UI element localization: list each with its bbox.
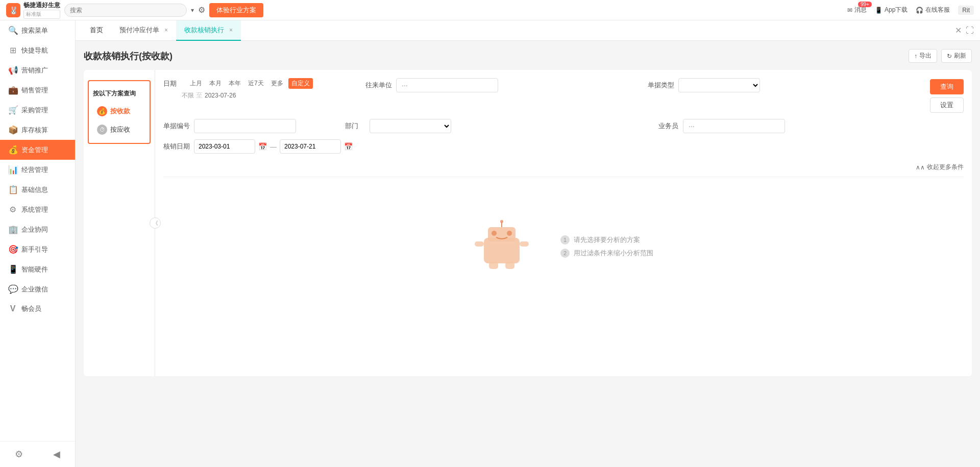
writeoff-date-end-input[interactable]	[280, 139, 341, 154]
tab-home[interactable]: 首页	[82, 20, 111, 41]
tab-collection[interactable]: 收款核销执行 ×	[176, 20, 241, 41]
empty-illustration	[474, 220, 530, 273]
edition-badge: 标准版	[23, 10, 60, 19]
sidebar-item-member[interactable]: V 畅会员	[0, 299, 75, 318]
sidebar-item-purchase[interactable]: 🛒 采购管理	[0, 100, 75, 120]
writeoff-start-calendar-icon[interactable]: 📅	[258, 142, 267, 151]
sidebar-item-basic-info[interactable]: 📋 基础信息	[0, 180, 75, 200]
collapse-more-btn[interactable]: ∧∧ 收起更多条件	[163, 160, 964, 175]
user-info[interactable]: Rit	[958, 6, 974, 15]
sidebar-item-enterprise[interactable]: 🏢 企业协同	[0, 219, 75, 239]
sidebar-collapse-icon[interactable]: ◀	[50, 446, 63, 463]
export-btn[interactable]: ↑ 导出	[909, 49, 937, 63]
tab-expand-icon[interactable]: ⛶	[966, 26, 974, 35]
quick-nav-icon: ⊞	[8, 45, 17, 55]
setting-btn[interactable]: 设置	[930, 97, 964, 113]
department-select[interactable]	[370, 119, 451, 133]
query-btn[interactable]: 查询	[930, 79, 964, 94]
collapse-more-icon: ∧∧	[916, 164, 925, 171]
sidebar-item-wechat[interactable]: 💬 企业微信	[0, 279, 75, 299]
date-btn-this-year[interactable]: 本年	[227, 78, 243, 89]
sidebar-item-hardware[interactable]: 📱 智能硬件	[0, 259, 75, 279]
enterprise-icon: 🏢	[8, 225, 17, 234]
empty-robot-svg	[474, 220, 530, 271]
sidebar-label-guide: 新手引导	[21, 245, 48, 254]
dropdown-icon[interactable]: ▾	[191, 7, 194, 14]
filter-collapse-btn[interactable]: 《	[150, 217, 161, 229]
svg-rect-9	[505, 262, 514, 269]
sidebar-item-search-menu[interactable]: 🔍 搜索菜单	[0, 20, 75, 40]
settings-icon[interactable]: ⚙	[198, 5, 205, 15]
query-row-2: 单据编号 部门 业务员 ···	[163, 119, 964, 133]
sidebar-item-finance[interactable]: 💰 资金管理	[0, 140, 75, 160]
svg-point-5	[500, 220, 503, 223]
message-icon: ✉	[847, 7, 852, 14]
salesman-input[interactable]: ···	[683, 119, 785, 133]
app-download-btn[interactable]: 📱 App下载	[875, 6, 908, 14]
filter-by-receivable[interactable]: ⏱ 按应收	[91, 120, 148, 139]
bill-no-label: 单据编号	[163, 121, 190, 131]
member-icon: V	[8, 304, 17, 313]
online-service-label: 在线客服	[925, 6, 950, 14]
date-btn-7days[interactable]: 近7天	[246, 78, 266, 89]
date-no-limit-text: 不限	[182, 91, 194, 100]
tab-collection-close[interactable]: ×	[229, 27, 233, 34]
refresh-btn[interactable]: ↻ 刷新	[941, 49, 972, 63]
sidebar-label-quick-nav: 快捷导航	[21, 46, 48, 55]
filter-by-receipt[interactable]: 💰 按收款	[91, 102, 148, 120]
date-btn-this-month[interactable]: 本月	[207, 78, 224, 89]
sidebar-item-sales[interactable]: 💼 销售管理	[0, 80, 75, 100]
date-btn-custom[interactable]: 自定义	[288, 78, 313, 89]
guide-icon: 🎯	[8, 244, 17, 254]
content-area: 首页 预付冲应付单 × 收款核销执行 × ✕ ⛶ 收款核销执行(按收款)	[76, 20, 980, 467]
sidebar-settings-icon[interactable]: ⚙	[12, 446, 26, 463]
tab-prepay-close[interactable]: ×	[164, 27, 168, 34]
tip-number-1: 1	[560, 235, 570, 244]
main-layout: 🔍 搜索菜单 ⊞ 快捷导航 📢 营销推广 💼 销售管理 🛒 采购管理 📦 库存核…	[0, 20, 980, 467]
wechat-icon: 💬	[8, 284, 17, 294]
brand-name: 畅捷通好生意	[23, 1, 60, 10]
date-btn-last-month[interactable]: 上月	[188, 78, 204, 89]
sidebar-item-marketing[interactable]: 📢 营销推广	[0, 60, 75, 80]
marketing-icon: 📢	[8, 65, 17, 75]
main-panel: 按以下方案查询 💰 按收款 ⏱ 按应收 《	[84, 70, 972, 376]
tab-prepay[interactable]: 预付冲应付单 ×	[111, 20, 176, 41]
salesman-label: 业务员	[658, 121, 679, 131]
writeoff-end-calendar-icon[interactable]: 📅	[344, 142, 353, 151]
empty-state: 1 请先选择要分析的方案 2 用过滤条件来缩小分析范围	[163, 179, 964, 293]
basic-info-icon: 📋	[8, 185, 17, 194]
message-btn[interactable]: ✉ 消息 99+	[847, 6, 867, 14]
operations-icon: 📊	[8, 165, 17, 175]
bill-no-input[interactable]	[194, 119, 296, 133]
query-actions: 查询 设置	[930, 78, 964, 113]
counterparty-input[interactable]: ···	[396, 78, 498, 92]
industry-btn[interactable]: 体验行业方案	[209, 3, 263, 17]
sidebar-item-system[interactable]: ⚙ 系统管理	[0, 200, 75, 219]
empty-state-row: 1 请先选择要分析的方案 2 用过滤条件来缩小分析范围	[474, 220, 653, 273]
query-row-1: 日期 上月 本月 本年 近7天 更多 自定义	[163, 78, 964, 113]
writeoff-date-start-input[interactable]	[194, 139, 255, 154]
online-service-btn[interactable]: 🎧 在线客服	[916, 6, 950, 14]
sidebar-label-purchase: 采购管理	[21, 106, 48, 115]
sidebar-item-inventory[interactable]: 📦 库存核算	[0, 120, 75, 140]
date-btn-more[interactable]: 更多	[269, 78, 285, 89]
message-badge: 99+	[858, 2, 872, 7]
logo-icon: 🐰	[6, 3, 20, 17]
department-field: 部门	[345, 119, 650, 133]
sidebar-item-operations[interactable]: 📊 经营管理	[0, 160, 75, 180]
tab-close-all-icon[interactable]: ✕	[955, 26, 962, 35]
topbar: 🐰 畅捷通好生意 标准版 ▾ ⚙ 体验行业方案 ✉ 消息 99+ 📱 App下载…	[0, 0, 980, 20]
system-icon: ⚙	[8, 205, 17, 214]
tab-home-label: 首页	[90, 26, 103, 35]
search-input[interactable]	[64, 4, 187, 17]
hardware-icon: 📱	[8, 264, 17, 274]
date-value: 2023-07-26	[205, 92, 236, 99]
filter-receivable-icon: ⏱	[97, 125, 107, 135]
sidebar-item-quick-nav[interactable]: ⊞ 快捷导航	[0, 40, 75, 60]
tip-text-1: 请先选择要分析的方案	[574, 235, 640, 244]
bill-type-select[interactable]	[678, 78, 760, 92]
refresh-icon: ↻	[947, 53, 952, 60]
bill-no-field: 单据编号	[163, 119, 337, 133]
sidebar-item-guide[interactable]: 🎯 新手引导	[0, 239, 75, 259]
filter-receipt-label: 按收款	[110, 107, 130, 116]
